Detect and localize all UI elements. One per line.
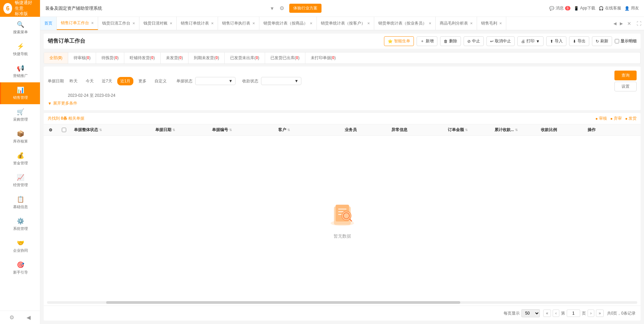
settings-gear-icon[interactable]: ⚙ <box>280 5 284 11</box>
col-number-label: 单据编号 <box>212 127 228 133</box>
stop-btn[interactable]: ⊘ 中止 <box>464 36 484 46</box>
tab-sales-customer-stats[interactable]: 销货单统计表（按客户）✕ <box>317 17 374 30</box>
industry-btn[interactable]: 体验行业方案 <box>289 4 321 13</box>
message-btn[interactable]: 💬 消息 6 <box>549 5 570 11</box>
filter-tab-pending-inspect[interactable]: 待拣货(0) <box>96 52 124 64</box>
col-status-sort[interactable]: ⇅ <box>99 128 102 132</box>
col-number-sort[interactable]: ⇅ <box>229 128 232 132</box>
tab-close-sales-revenue[interactable]: ✕ <box>499 22 502 25</box>
settings-icon[interactable]: ⚙ <box>9 314 14 321</box>
import-btn[interactable]: ⬆ 导入 <box>546 36 566 46</box>
date-btn-今天[interactable]: 今天 <box>83 77 97 85</box>
smart-create-btn[interactable]: ⭐ 智能生单 <box>384 36 414 46</box>
col-checkbox[interactable] <box>57 128 71 132</box>
review-op-btn[interactable]: ● 审核 <box>595 116 607 121</box>
status-select[interactable]: ▼ <box>195 77 235 85</box>
page-next-btn[interactable]: › <box>588 310 594 317</box>
refresh-btn[interactable]: ↻ 刷新 <box>592 36 612 46</box>
ship-op-btn[interactable]: ● 发货 <box>625 116 637 121</box>
tab-close-sales-stats[interactable]: ✕ <box>211 22 214 25</box>
col-settings[interactable]: ⚙ <box>44 128 57 132</box>
sidebar-item-finance[interactable]: 💰 资金管理 <box>0 148 40 170</box>
tab-nav-next[interactable]: ▶ <box>618 21 625 26</box>
sidebar-item-search[interactable]: 🔍 搜索菜单 <box>0 17 40 39</box>
tab-close-goods-margin[interactable]: ✕ <box>470 22 473 25</box>
tab-close-cash-reconcile[interactable]: ✕ <box>170 22 172 25</box>
filter-tab-not-printed[interactable]: 未打印单据(0) <box>305 52 341 64</box>
cancel-stop-btn[interactable]: ↩ 取消中止 <box>486 36 515 46</box>
tab-maximize[interactable]: ⛶ <box>634 21 644 26</box>
tab-nav-prev[interactable]: ◀ <box>612 21 618 26</box>
tab-cash-reconcile[interactable]: 钱货日清对账✕ <box>139 17 177 30</box>
filter-tab-label-shipped-not-out: 已发货未出库(0) <box>230 55 259 60</box>
filter-tab-not-shipped[interactable]: 未发货(0) <box>161 52 189 64</box>
filter-tab-shipped-out[interactable]: 已发货已出库(0) <box>265 52 305 64</box>
tab-close-all[interactable]: ✕ <box>625 21 634 26</box>
new-btn[interactable]: ＋ 新增 <box>417 36 437 46</box>
filter-tab-expired-not-shipped[interactable]: 到期未发货(0) <box>188 52 225 64</box>
date-btn-自定义[interactable]: 自定义 <box>152 77 170 85</box>
collapse-icon[interactable]: ◀ <box>27 314 31 321</box>
page-last-btn[interactable]: » <box>596 310 604 317</box>
page-prev-btn[interactable]: ‹ <box>553 310 559 317</box>
expand-btn[interactable]: ▼ 展开更多条件 <box>48 100 637 106</box>
select-all-checkbox[interactable] <box>62 128 66 132</box>
delete-btn[interactable]: 🗑 删除 <box>440 36 461 46</box>
sidebar-item-guide[interactable]: 🎯 新手引导 <box>0 257 40 279</box>
sidebar-item-marketing[interactable]: 📢 营销推广 <box>0 60 40 82</box>
col-date-sort[interactable]: ⇅ <box>172 128 175 132</box>
app-download-btn[interactable]: 📱 App下载 <box>574 5 595 11</box>
tab-close-sales-workbench[interactable]: ✕ <box>91 21 94 25</box>
filter-tab-wangpu-pending[interactable]: 旺铺待发货(0) <box>124 52 161 64</box>
tab-sales-product-stats[interactable]: 销货单统计表（按商品）✕ <box>259 17 317 30</box>
tab-goods-margin[interactable]: 商品毛利分析表✕ <box>436 17 477 30</box>
tab-home[interactable]: 首页 <box>40 17 57 30</box>
tab-cash-daily[interactable]: 钱货日清工作台✕ <box>98 17 139 30</box>
sidebar-item-quick-nav[interactable]: ⚡ 快捷导航 <box>0 39 40 60</box>
set-btn[interactable]: 设置 <box>614 82 637 91</box>
filter-tab-pending-review[interactable]: 待审核(0) <box>68 52 96 64</box>
system-dropdown-icon[interactable]: ▼ <box>270 6 274 11</box>
tab-close-sales-exec[interactable]: ✕ <box>252 22 255 25</box>
query-btn[interactable]: 查询 <box>614 71 637 80</box>
table-area: 共找到 0条 相关单据 ● 审核 ● 弃审 ● 发货 <box>44 113 641 321</box>
cancel-review-op-btn[interactable]: ● 弃审 <box>610 116 622 121</box>
sidebar-item-basic-info[interactable]: 📋 基础信息 <box>0 192 40 213</box>
date-btn-昨天[interactable]: 昨天 <box>67 77 81 85</box>
tab-close-cash-daily[interactable]: ✕ <box>132 22 135 25</box>
detail-checkbox-label[interactable]: 显示明细 <box>615 38 637 44</box>
payment-select[interactable]: ▼ <box>261 77 301 85</box>
filter-tab-all[interactable]: 全部(0) <box>44 52 68 64</box>
col-customer-sort[interactable]: ⇅ <box>287 128 290 132</box>
tab-sales-revenue[interactable]: 销售毛利✕ <box>477 17 506 30</box>
page-input[interactable] <box>567 310 580 317</box>
date-btn-近1月[interactable]: 近1月 <box>117 77 134 85</box>
tab-sales-workbench[interactable]: 销售订单工作台✕ <box>57 17 98 30</box>
filter-tab-shipped-not-out[interactable]: 已发货未出库(0) <box>225 52 265 64</box>
tab-close-sales-product-stats[interactable]: ✕ <box>310 22 312 25</box>
tab-close-sales-staff-stats[interactable]: ✕ <box>429 22 431 25</box>
user-btn[interactable]: 👤 用友 <box>625 5 639 11</box>
online-service-btn[interactable]: 🎧 在线客服 <box>599 5 621 11</box>
page-size-select[interactable]: 50 100 200 <box>521 309 540 317</box>
horizontal-scrollbar[interactable] <box>47 301 637 304</box>
sidebar-item-enterprise[interactable]: 🤝 企业协同 <box>0 235 40 257</box>
tab-close-sales-customer-stats[interactable]: ✕ <box>367 22 370 25</box>
date-btn-近7天[interactable]: 近7天 <box>99 77 115 85</box>
tab-sales-staff-stats[interactable]: 销货单统计表（按业务员）✕ <box>374 17 436 30</box>
sidebar-item-operations[interactable]: 📈 经营管理 <box>0 170 40 192</box>
sidebar-item-sales[interactable]: 📊 销售管理 <box>0 82 40 104</box>
sidebar-item-system[interactable]: ⚙️ 系统管理 <box>0 213 40 235</box>
col-collected-sort[interactable]: ⇅ <box>515 128 518 132</box>
sidebar-item-inventory[interactable]: 📦 库存核算 <box>0 126 40 148</box>
detail-checkbox[interactable] <box>615 39 619 43</box>
export-btn[interactable]: ⬇ 导出 <box>569 36 589 46</box>
tab-sales-stats[interactable]: 销售订单统计表✕ <box>177 17 218 30</box>
page-first-btn[interactable]: « <box>543 310 551 317</box>
print-btn[interactable]: 🖨 打印 ▼ <box>517 36 544 46</box>
date-btn-更多[interactable]: 更多 <box>135 77 149 85</box>
col-amount-label: 订单金额 <box>448 127 464 133</box>
tab-sales-exec[interactable]: 销售订单执行表✕ <box>218 17 259 30</box>
sidebar-item-purchase[interactable]: 🛒 采购管理 <box>0 104 40 126</box>
col-amount-sort[interactable]: ⇅ <box>465 128 468 132</box>
